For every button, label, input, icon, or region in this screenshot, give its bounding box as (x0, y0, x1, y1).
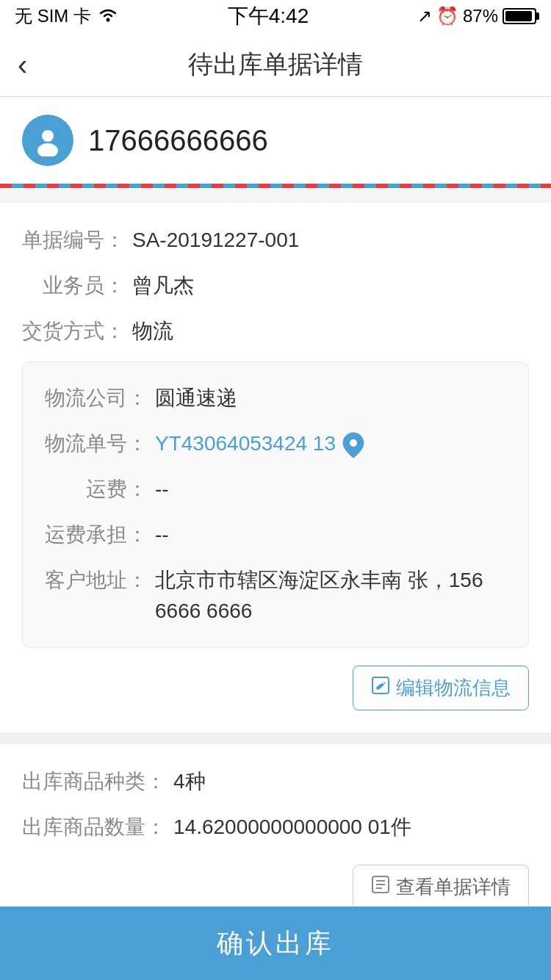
logistics-company-row: 物流公司： 圆通速递 (45, 383, 506, 414)
document-number-row: 单据编号： SA-20191227-001 (22, 225, 529, 256)
status-right: ↗ ⏰ 87% (417, 6, 536, 26)
freight-bearer-row: 运费承担： -- (45, 519, 506, 550)
address-row: 客户地址： 北京市市辖区海淀区永丰南 张，156 6666 6666 (45, 565, 506, 627)
freight-value: -- (155, 474, 506, 505)
goods-type-row: 出库商品种类： 4种 (22, 766, 529, 797)
svg-point-4 (350, 439, 357, 447)
document-number-value: SA-20191227-001 (132, 225, 529, 256)
location-pin-icon (342, 431, 365, 459)
address-label: 客户地址： (45, 565, 148, 596)
confirm-button-label: 确认出库 (217, 926, 334, 962)
location-status-icon: ↗ (417, 6, 432, 26)
goods-quantity-row: 出库商品数量： 14.62000000000000 01件 (22, 812, 529, 843)
wifi-icon (97, 6, 119, 26)
confirm-button-area[interactable]: 确认出库 (0, 907, 551, 980)
edit-logistics-button[interactable]: 编辑物流信息 (353, 666, 529, 710)
status-left: 无 SIM 卡 (15, 4, 119, 28)
tracking-number-row: 物流单号： YT43064053424 13 (45, 428, 506, 459)
freight-bearer-value: -- (155, 519, 506, 550)
view-detail-label: 查看单据详情 (396, 874, 511, 900)
svg-point-0 (107, 18, 110, 22)
freight-bearer-label: 运费承担： (45, 519, 148, 550)
tracking-number-value: YT43064053424 13 (155, 428, 506, 459)
view-detail-button-area: 查看单据详情 (22, 865, 529, 909)
carrier-label: 无 SIM 卡 (15, 4, 91, 28)
address-value: 北京市市辖区海淀区永丰南 张，156 6666 6666 (155, 565, 506, 627)
avatar (22, 115, 73, 166)
goods-quantity-label: 出库商品数量： (22, 812, 166, 843)
logistics-company-value: 圆通速递 (155, 383, 506, 414)
nav-bar: ‹ 待出库单据详情 (0, 32, 551, 97)
goods-type-value: 4种 (173, 766, 529, 797)
logistics-company-label: 物流公司： (45, 383, 148, 414)
delivery-method-row: 交货方式： 物流 (22, 316, 529, 347)
order-info-section: 单据编号： SA-20191227-001 业务员： 曾凡杰 交货方式： 物流 … (0, 203, 551, 732)
sales-person-label: 业务员： (22, 270, 125, 301)
page-title: 待出库单据详情 (188, 48, 363, 82)
delivery-method-label: 交货方式： (22, 316, 125, 347)
svg-point-2 (42, 130, 54, 142)
goods-quantity-value: 14.62000000000000 01件 (173, 812, 529, 843)
list-icon (371, 875, 390, 899)
status-bar: 无 SIM 卡 下午4:42 ↗ ⏰ 87% (0, 0, 551, 32)
edit-icon (371, 676, 390, 700)
delivery-method-value: 物流 (132, 316, 529, 347)
tracking-number-label: 物流单号： (45, 428, 148, 459)
dashed-separator (0, 184, 551, 188)
edit-logistics-label: 编辑物流信息 (396, 675, 511, 701)
goods-type-label: 出库商品种类： (22, 766, 166, 797)
freight-label: 运费： (45, 474, 148, 505)
battery-icon (503, 8, 536, 24)
user-phone: 17666666666 (88, 124, 268, 157)
sales-person-row: 业务员： 曾凡杰 (22, 270, 529, 301)
sales-person-value: 曾凡杰 (132, 270, 529, 301)
alarm-icon: ⏰ (436, 6, 458, 26)
user-header: 17666666666 (0, 97, 551, 184)
avatar-icon (32, 124, 64, 156)
goods-section: 出库商品种类： 4种 出库商品数量： 14.62000000000000 01件… (0, 744, 551, 932)
edit-logistics-button-area: 编辑物流信息 (22, 666, 529, 710)
battery-percent: 87% (463, 6, 498, 26)
document-number-label: 单据编号： (22, 225, 125, 256)
logistics-card: 物流公司： 圆通速递 物流单号： YT43064053424 13 运费： --… (22, 361, 529, 648)
back-button[interactable]: ‹ (18, 50, 27, 79)
freight-row: 运费： -- (45, 474, 506, 505)
section-divider (0, 732, 551, 744)
view-detail-button[interactable]: 查看单据详情 (353, 865, 529, 909)
time-label: 下午4:42 (228, 2, 309, 30)
